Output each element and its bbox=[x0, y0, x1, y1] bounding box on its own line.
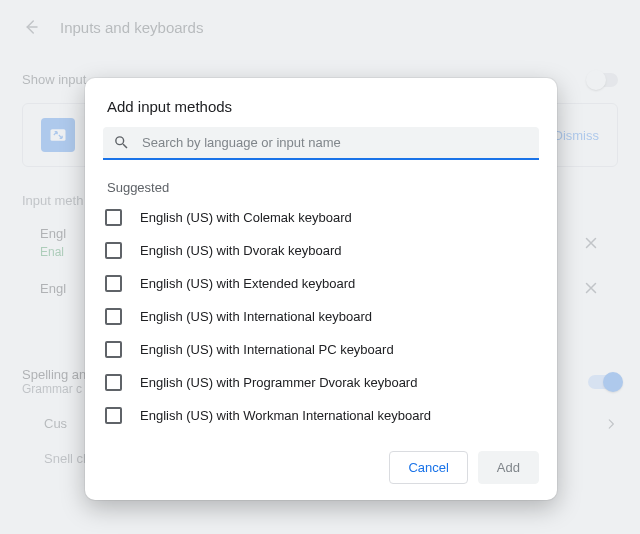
input-method-option[interactable]: English (US) with Dvorak keyboard bbox=[103, 234, 539, 267]
checkbox[interactable] bbox=[105, 242, 122, 259]
search-input[interactable] bbox=[142, 135, 529, 150]
checkbox[interactable] bbox=[105, 275, 122, 292]
cancel-button[interactable]: Cancel bbox=[389, 451, 467, 484]
input-method-option-label: English (US) with International PC keybo… bbox=[140, 342, 394, 357]
input-method-option-label: English (US) with International keyboard bbox=[140, 309, 372, 324]
search-field-wrapper[interactable] bbox=[103, 127, 539, 160]
input-method-option[interactable]: English (US) with Workman keyboard bbox=[103, 432, 539, 439]
add-input-methods-dialog: Add input methods Suggested English (US)… bbox=[85, 78, 557, 500]
input-method-option[interactable]: English (US) with Workman International … bbox=[103, 399, 539, 432]
input-method-option-label: English (US) with Extended keyboard bbox=[140, 276, 355, 291]
input-method-option-label: English (US) with Workman International … bbox=[140, 408, 431, 423]
checkbox[interactable] bbox=[105, 407, 122, 424]
input-method-option[interactable]: English (US) with International PC keybo… bbox=[103, 333, 539, 366]
input-method-option[interactable]: English (US) with Programmer Dvorak keyb… bbox=[103, 366, 539, 399]
input-method-option-label: English (US) with Colemak keyboard bbox=[140, 210, 352, 225]
add-button[interactable]: Add bbox=[478, 451, 539, 484]
checkbox[interactable] bbox=[105, 374, 122, 391]
suggested-label: Suggested bbox=[85, 170, 557, 201]
input-method-option-label: English (US) with Programmer Dvorak keyb… bbox=[140, 375, 417, 390]
checkbox[interactable] bbox=[105, 308, 122, 325]
checkbox[interactable] bbox=[105, 341, 122, 358]
input-method-options-list: English (US) with Colemak keyboardEnglis… bbox=[85, 201, 557, 439]
input-method-option[interactable]: English (US) with International keyboard bbox=[103, 300, 539, 333]
dialog-title: Add input methods bbox=[85, 78, 557, 127]
checkbox[interactable] bbox=[105, 209, 122, 226]
search-icon bbox=[113, 134, 130, 151]
input-method-option-label: English (US) with Dvorak keyboard bbox=[140, 243, 342, 258]
input-method-option[interactable]: English (US) with Colemak keyboard bbox=[103, 201, 539, 234]
input-method-option[interactable]: English (US) with Extended keyboard bbox=[103, 267, 539, 300]
